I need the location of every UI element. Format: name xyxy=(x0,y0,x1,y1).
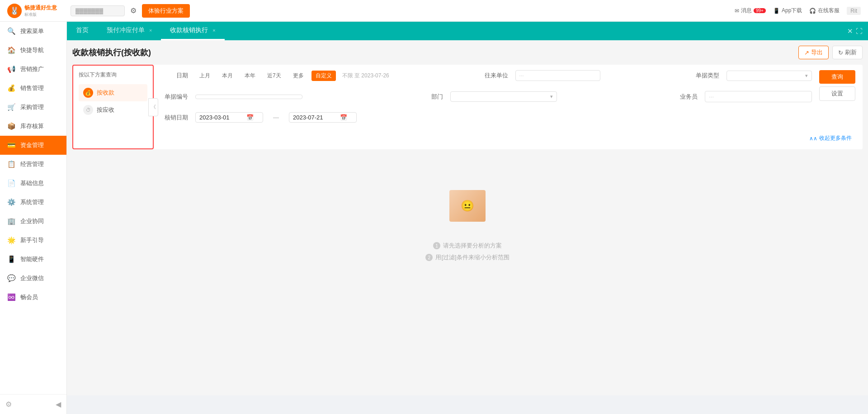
message-btn[interactable]: ✉ 消息 99+ xyxy=(735,7,766,14)
filter-collapse-btn[interactable]: 《 xyxy=(148,98,158,116)
receipt-icon: 💰 xyxy=(83,88,93,98)
app-icon: 📱 xyxy=(773,8,780,14)
doc-filter-row: 单据编号 部门 ▾ 业务员 xyxy=(161,91,812,102)
writeoff-end-field[interactable]: 2023-07-21 xyxy=(293,114,338,121)
doc-type-select[interactable]: ▾ xyxy=(726,71,812,81)
page-tabbar: 首页 预付冲应付单 × 收款核销执行 × ✕ ⛶ xyxy=(67,22,868,40)
sidebar-item-purchase[interactable]: 🛒 采购管理 xyxy=(0,98,66,117)
dept-select[interactable]: ▾ xyxy=(450,91,557,102)
date-filter-row: 日期 上月 本月 本年 近7天 更多 自定义 不限 至 2023-07-26 xyxy=(161,70,812,81)
date-btn-this-year[interactable]: 本年 xyxy=(241,71,259,81)
sidebar-item-enterprise[interactable]: 🏢 企业协同 xyxy=(0,212,66,231)
page-header: 收款核销执行(按收款) ↗ 导出 ↻ 刷新 xyxy=(72,46,863,59)
tab-receivables[interactable]: 收款核销执行 × xyxy=(161,22,224,40)
date-btn-last-month[interactable]: 上月 xyxy=(195,71,214,81)
sidebar-item-search-menu[interactable]: 🔍 搜索菜单 xyxy=(0,22,66,41)
message-icon: ✉ xyxy=(735,8,739,14)
star-icon: 🌟 xyxy=(7,236,16,244)
date-btn-more[interactable]: 更多 xyxy=(289,71,308,81)
date-label: 日期 xyxy=(161,71,188,80)
export-icon: ↗ xyxy=(804,49,809,56)
date-options: 上月 本月 本年 近7天 更多 自定义 不限 至 2023-07-26 xyxy=(195,71,389,81)
filter-fields: 日期 上月 本月 本年 近7天 更多 自定义 不限 至 2023-07-26 xyxy=(154,65,863,149)
company-selector[interactable]: ▓▓▓▓▓▓▓ xyxy=(71,5,125,16)
collapse-more-btn[interactable]: ∧∧ 收起更多条件 xyxy=(806,133,855,144)
date-btn-this-month[interactable]: 本月 xyxy=(218,71,237,81)
refresh-btn[interactable]: ↻ 刷新 xyxy=(832,46,863,59)
step-2-num: 2 xyxy=(425,254,433,261)
sidebar-bottom: ⚙ ◀ xyxy=(0,394,66,414)
app-download-btn[interactable]: 📱 App下载 xyxy=(773,7,802,14)
calendar-start-icon[interactable]: 📅 xyxy=(246,114,254,121)
empty-text-1: 1 请先选择要分析的方案 xyxy=(433,242,502,250)
sidebar-item-system[interactable]: ⚙️ 系统管理 xyxy=(0,193,66,212)
sidebar-item-inventory[interactable]: 📦 库存核算 xyxy=(0,117,66,136)
tab-close-prepay[interactable]: × xyxy=(149,28,152,33)
sidebar-item-quick-nav[interactable]: 🏠 快捷导航 xyxy=(0,41,66,60)
sidebar-item-basic-info[interactable]: 📄 基础信息 xyxy=(0,174,66,193)
step-1-num: 1 xyxy=(433,242,440,249)
counterpart-input[interactable]: ··· xyxy=(515,70,601,81)
filter-option-by-receipt[interactable]: 💰 按收款 xyxy=(79,84,147,101)
settings-icon[interactable]: ⚙ xyxy=(128,5,138,17)
logo-text: 畅捷通好生意 标准版 xyxy=(24,4,57,18)
refresh-icon: ↻ xyxy=(838,49,843,56)
device-icon: 📱 xyxy=(7,255,16,263)
online-service-btn[interactable]: 🎧 在线客服 xyxy=(809,7,840,14)
tab-expand-btn[interactable]: ⛶ xyxy=(856,27,863,35)
salesperson-input[interactable]: ··· xyxy=(705,91,812,102)
doc-type-label: 单据类型 xyxy=(692,71,719,80)
cart-icon: 🛒 xyxy=(7,103,16,111)
setting-btn[interactable]: 设置 xyxy=(819,86,855,101)
topbar: 🐰 畅捷通好生意 标准版 ▓▓▓▓▓▓▓ ⚙ 体验行业方案 ✉ 消息 99+ 📱… xyxy=(0,0,868,22)
sidebar-item-funds[interactable]: 💳 资金管理 xyxy=(0,136,66,155)
username-display: Rit xyxy=(847,7,861,15)
date-range-display: 不限 至 2023-07-26 xyxy=(342,72,389,80)
sidebar: 🔍 搜索菜单 🏠 快捷导航 📢 营销推广 💰 销售管理 🛒 采购管理 📦 库存核… xyxy=(0,22,67,414)
tab-prepay[interactable]: 预付冲应付单 × xyxy=(98,22,161,40)
doc-number-input[interactable] xyxy=(195,95,302,99)
industry-btn[interactable]: 体验行业方案 xyxy=(142,4,190,18)
query-btn[interactable]: 查询 xyxy=(819,70,855,84)
writeoff-start-field[interactable]: 2023-03-01 xyxy=(199,114,245,121)
money-icon: 💰 xyxy=(7,84,16,92)
tab-close-receivables[interactable]: × xyxy=(212,28,215,33)
tab-home[interactable]: 首页 xyxy=(67,22,98,40)
main: 首页 预付冲应付单 × 收款核销执行 × ✕ ⛶ 收款核销执行(按收款) ↗ 导… xyxy=(67,22,868,414)
export-btn[interactable]: ↗ 导出 xyxy=(798,46,829,59)
sidebar-item-guide[interactable]: 🌟 新手引导 xyxy=(0,231,66,250)
sidebar-item-sales[interactable]: 💰 销售管理 xyxy=(0,79,66,98)
empty-state: 😐 1 请先选择要分析的方案 2 用[过滤]条件来缩小分析范围 xyxy=(72,149,863,298)
sidebar-collapse-icon[interactable]: ◀ xyxy=(56,400,61,409)
home-icon: 🏠 xyxy=(7,46,16,54)
empty-illustration: 😐 xyxy=(445,186,490,231)
writeoff-end-input[interactable]: 2023-07-21 📅 xyxy=(289,112,357,123)
date-btn-custom[interactable]: 自定义 xyxy=(311,71,336,81)
megaphone-icon: 📢 xyxy=(7,65,16,73)
writeoff-date-label: 核销日期 xyxy=(161,114,188,122)
sidebar-item-member[interactable]: ♾️ 畅会员 xyxy=(0,288,66,307)
page-title: 收款核销执行(按收款) xyxy=(72,47,151,58)
writeoff-start-input[interactable]: 2023-03-01 📅 xyxy=(195,112,263,123)
clipboard-icon: 📋 xyxy=(7,160,16,168)
filter-scheme-panel: 按以下方案查询 💰 按收款 ⏱ 按应收 《 xyxy=(72,65,154,149)
calendar-end-icon[interactable]: 📅 xyxy=(340,114,347,121)
message-badge: 99+ xyxy=(754,8,766,13)
tab-close-btn[interactable]: ✕ xyxy=(847,27,853,35)
sidebar-item-marketing[interactable]: 📢 营销推广 xyxy=(0,60,66,79)
page-actions: ↗ 导出 ↻ 刷新 xyxy=(798,46,863,59)
empty-box: 😐 xyxy=(449,190,486,222)
card-icon: 💳 xyxy=(7,141,16,149)
date-btn-7days[interactable]: 近7天 xyxy=(263,71,285,81)
sidebar-item-hardware[interactable]: 📱 智能硬件 xyxy=(0,250,66,269)
doc-icon: 📄 xyxy=(7,179,16,187)
empty-face-icon: 😐 xyxy=(461,200,474,212)
bottom-settings-icon[interactable]: ⚙ xyxy=(5,400,12,409)
topbar-right: ✉ 消息 99+ 📱 App下载 🎧 在线客服 Rit xyxy=(735,7,861,15)
doc-number-label: 单据编号 xyxy=(161,93,188,101)
dept-label: 部门 xyxy=(416,93,443,101)
sidebar-item-wechat[interactable]: 💬 企业微信 xyxy=(0,269,66,288)
filter-option-by-receivable[interactable]: ⏱ 按应收 xyxy=(79,101,147,119)
headset-icon: 🎧 xyxy=(809,8,816,14)
sidebar-item-operations[interactable]: 📋 经营管理 xyxy=(0,155,66,174)
